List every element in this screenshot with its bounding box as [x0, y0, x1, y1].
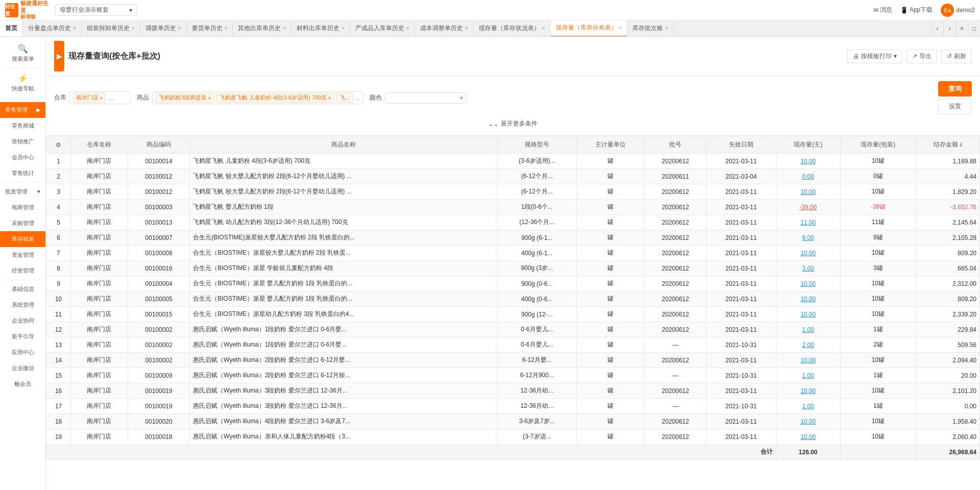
- query-btn[interactable]: 查询: [938, 81, 972, 96]
- qty-main-cell[interactable]: 10.00: [776, 184, 840, 200]
- tab-stock-dist[interactable]: 现存量（库存分布表） ×: [551, 20, 628, 37]
- tab-demand-history[interactable]: 要货单历史 ×: [187, 20, 233, 37]
- tab-nav-left[interactable]: ‹: [931, 20, 943, 37]
- qty-main-cell[interactable]: 10.00: [776, 383, 840, 399]
- close-icon[interactable]: ×: [465, 26, 468, 31]
- qty-main-cell[interactable]: 0.00: [776, 169, 840, 184]
- refresh-btn[interactable]: ↺ 刷新: [941, 50, 972, 63]
- sidebar-item-new-guide[interactable]: 新手引导: [0, 329, 45, 345]
- message-btn[interactable]: ✉ 消息: [873, 6, 892, 14]
- table-cell: 南岸门店: [71, 184, 128, 200]
- account-selector[interactable]: 母婴行业演示账套 ▾: [55, 4, 137, 16]
- qty-main-cell[interactable]: 10.00: [776, 246, 840, 261]
- close-icon[interactable]: ×: [406, 26, 409, 31]
- qty-main-cell[interactable]: -39.00: [776, 200, 840, 215]
- sidebar-item-app-center[interactable]: 应用中心: [0, 345, 45, 360]
- tab-nav-right[interactable]: ›: [943, 20, 955, 37]
- tab-cost-adjust-history[interactable]: 成本调整单历史 ×: [415, 20, 474, 37]
- tag-close-icon[interactable]: ×: [208, 95, 211, 101]
- sidebar-item-sys-mgmt[interactable]: 系统管理: [0, 297, 45, 313]
- sidebar-quick-nav[interactable]: ⚡ 快捷导航: [0, 69, 45, 96]
- tab-stock-status[interactable]: 现存量（库存状况表） ×: [474, 20, 551, 37]
- sidebar-item-retail-shop[interactable]: 零售商城: [0, 118, 45, 134]
- sidebar-item-company-collab[interactable]: 企业协同: [0, 313, 45, 329]
- sidebar-item-member-center[interactable]: 会员中心: [0, 150, 45, 165]
- sidebar-item-purchase[interactable]: 采购管理: [0, 215, 45, 231]
- tab-batch-account[interactable]: 库存批次账 ×: [627, 20, 674, 37]
- qty-main-cell[interactable]: 9.00: [776, 230, 840, 246]
- tab-material-out-history[interactable]: 材料出库单历史 ×: [291, 20, 350, 37]
- sidebar-item-finance[interactable]: 资金管理: [0, 247, 45, 263]
- qty-main-cell[interactable]: 10.00: [776, 276, 840, 291]
- sidebar-item-retail-mgmt[interactable]: 零售管理 ▶: [0, 102, 45, 118]
- sidebar-item-ecommerce[interactable]: 电商管理: [0, 200, 45, 215]
- warehouse-tag-group[interactable]: 南岸门店 × ...: [69, 91, 131, 104]
- export-icon: ↗: [912, 53, 917, 60]
- warehouse-more[interactable]: ...: [108, 94, 113, 102]
- product-tag-1[interactable]: 飞鹤奶粉3段两提装 ×: [156, 93, 214, 103]
- expand-filter-btn[interactable]: ▶: [54, 41, 64, 71]
- close-icon[interactable]: ×: [132, 26, 135, 31]
- app-download-btn[interactable]: 📱 App下载: [900, 6, 933, 14]
- th-settings[interactable]: ⚙: [46, 136, 71, 154]
- qty-main-cell[interactable]: 3.00: [776, 261, 840, 276]
- qty-main-cell[interactable]: 10.00: [776, 291, 840, 307]
- qty-main-cell[interactable]: 11.00: [776, 215, 840, 230]
- sidebar-item-marketing[interactable]: 营销推广: [0, 134, 45, 150]
- tab-split-history[interactable]: 分量盘点单历史 ×: [23, 20, 82, 37]
- table-cell: 00100014: [128, 154, 189, 169]
- sidebar-item-retail-stats[interactable]: 零售统计: [0, 165, 45, 181]
- sidebar-item-inventory[interactable]: 库存核算: [0, 231, 45, 247]
- qty-main-cell[interactable]: 1.00: [776, 322, 840, 337]
- sidebar-item-member-vip[interactable]: 畅会员: [0, 376, 45, 392]
- top-bar-right: ✉ 消息 📱 App下载 Ea demo2: [873, 4, 975, 17]
- user-info[interactable]: Ea demo2: [941, 4, 975, 17]
- qty-main-cell[interactable]: 10.00: [776, 429, 840, 445]
- tag-close-icon[interactable]: ×: [328, 95, 331, 101]
- close-icon[interactable]: ×: [73, 26, 76, 31]
- expand-more-btn[interactable]: ⌄⌄ 展开更多条件: [54, 117, 972, 130]
- close-icon[interactable]: ×: [341, 26, 345, 31]
- sidebar-item-company-wechat[interactable]: 企业微信: [0, 360, 45, 376]
- tab-home[interactable]: 首页: [0, 20, 23, 37]
- close-icon[interactable]: ×: [619, 25, 622, 31]
- close-icon[interactable]: ×: [178, 26, 181, 31]
- table-cell: 1段(0-6个...: [498, 200, 576, 215]
- tab-close-current[interactable]: ×: [955, 20, 968, 37]
- tag-close-icon[interactable]: ×: [100, 95, 103, 101]
- sidebar-item-ops[interactable]: 经营管理: [0, 263, 45, 279]
- table-cell: 00100013: [128, 215, 189, 230]
- warehouse-tag-1[interactable]: 南岸门店 ×: [73, 93, 106, 103]
- export-btn[interactable]: ↗ 导出: [906, 50, 937, 63]
- qty-main-cell[interactable]: 10.00: [776, 353, 840, 368]
- qty-main-cell[interactable]: 10.00: [776, 307, 840, 322]
- qty-main-cell[interactable]: 10.00: [776, 414, 840, 429]
- close-icon[interactable]: ×: [225, 26, 228, 31]
- sidebar-item-wholesale-mgmt[interactable]: 批发管理 ▾: [0, 184, 45, 200]
- tab-allot-history[interactable]: 调拨单历史 ×: [140, 20, 187, 37]
- qty-main-cell[interactable]: 10.00: [776, 154, 840, 169]
- tab-disassemble-history[interactable]: 组装拆卸单历史 ×: [82, 20, 140, 37]
- settings-btn[interactable]: 设置: [938, 99, 972, 114]
- tab-product-in-history[interactable]: 产成品入库单历史 ×: [350, 20, 415, 37]
- print-btn[interactable]: 🖨 按模板打印 ▾: [847, 50, 902, 63]
- qty-main-cell[interactable]: 1.00: [776, 368, 840, 383]
- qty-main-cell[interactable]: 1.00: [776, 399, 840, 414]
- footer-row: 合计 126.00 26,968.64: [46, 445, 980, 460]
- table-cell: 飞鹤星飞帆 幼儿配方奶粉 3段(12-36个月幼儿适用) 700克: [190, 215, 498, 230]
- sidebar-search[interactable]: 🔍 搜索菜单: [0, 40, 45, 67]
- close-icon[interactable]: ×: [283, 26, 286, 31]
- tab-more[interactable]: □: [968, 20, 980, 37]
- tab-other-out-history[interactable]: 其他出库单历史 ×: [233, 20, 291, 37]
- close-icon[interactable]: ×: [665, 26, 668, 31]
- qty-main-cell[interactable]: 2.00: [776, 337, 840, 353]
- product-tag-3[interactable]: 飞...: [336, 93, 353, 103]
- product-more[interactable]: ...: [355, 94, 360, 102]
- filter-color: 颜色 ▾: [370, 92, 467, 104]
- color-filter-group[interactable]: ▾: [385, 92, 467, 104]
- product-tag-2[interactable]: 飞鹤星飞帆 儿童奶粉 4段(3-6岁适用) 700克 ×: [216, 93, 334, 103]
- chevron-down-icon[interactable]: ▾: [460, 94, 463, 102]
- product-tag-group[interactable]: 飞鹤奶粉3段两提装 × 飞鹤星飞帆 儿童奶粉 4段(3-6岁适用) 700克 ×…: [152, 91, 363, 104]
- sidebar-item-basic-info[interactable]: 基础信息: [0, 281, 45, 297]
- close-icon[interactable]: ×: [542, 26, 545, 31]
